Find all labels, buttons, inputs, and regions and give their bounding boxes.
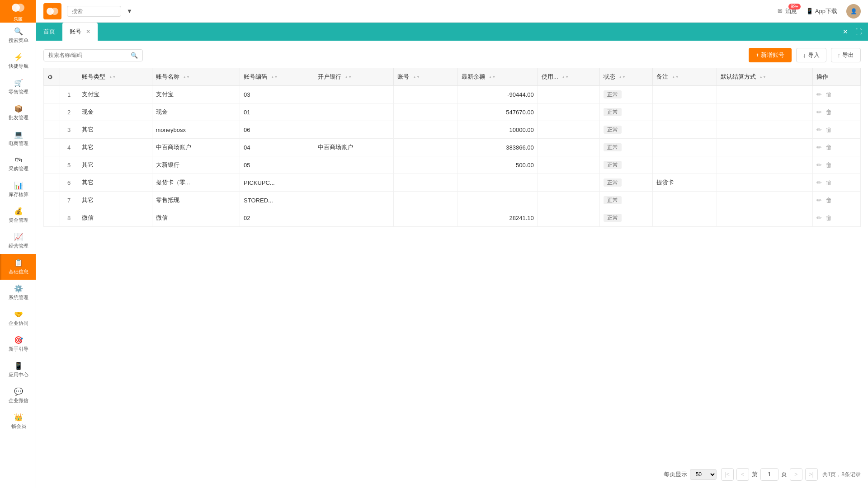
row-account-code-cell: 04 [240, 139, 314, 156]
user-avatar[interactable]: 👤 [846, 4, 861, 19]
sidebar-item-enterprise-agreement[interactable]: 🤝 企业协同 [0, 305, 36, 331]
row-account-no-cell [394, 192, 458, 209]
sidebar-item-label: 快捷导航 [9, 63, 28, 70]
edit-icon[interactable]: ✏ [816, 108, 822, 116]
edit-icon[interactable]: ✏ [816, 126, 822, 133]
edit-icon[interactable]: ✏ [816, 144, 822, 151]
col-account-code[interactable]: 账号编码 ▲▼ [240, 68, 314, 86]
tab-account[interactable]: 账号 ✕ [62, 23, 98, 41]
delete-icon[interactable]: 🗑 [826, 161, 832, 169]
delete-icon[interactable]: 🗑 [826, 108, 832, 116]
row-default-settlement-cell [717, 192, 812, 209]
col-status[interactable]: 状态 ▲▼ [599, 68, 653, 86]
import-button[interactable]: ↓ 导入 [796, 48, 826, 62]
delete-icon[interactable]: 🗑 [826, 144, 832, 151]
delete-icon[interactable]: 🗑 [826, 126, 832, 133]
col-settings[interactable]: ⚙ [44, 68, 60, 86]
sidebar-item-inventory[interactable]: 📊 库存核算 [0, 177, 36, 202]
row-account-no-cell [394, 121, 458, 139]
row-remark-cell [653, 192, 717, 209]
col-use-status[interactable]: 使用... ▲▼ [538, 68, 599, 86]
row-index-cell: 4 [60, 139, 78, 156]
tab-close-icon[interactable]: ✕ [86, 28, 90, 35]
sidebar-item-wholesale-mgmt[interactable]: 📦 批发管理 [0, 100, 36, 126]
tab-expand-button[interactable]: ⛶ [854, 26, 863, 37]
col-index [60, 68, 78, 86]
row-remark-cell [653, 103, 717, 121]
sidebar-item-app-center[interactable]: 📱 应用中心 [0, 357, 36, 383]
delete-icon[interactable]: 🗑 [826, 179, 832, 186]
col-default-settlement[interactable]: 默认结算方式 ▲▼ [717, 68, 812, 86]
sort-icons-use-status: ▲▼ [561, 75, 569, 79]
row-account-type-cell: 其它 [78, 139, 152, 156]
messages-button[interactable]: ✉ 消息 99+ [778, 7, 797, 15]
per-page-dropdown[interactable]: 50 100 200 [690, 469, 717, 480]
row-default-settlement-cell [717, 174, 812, 192]
sort-icons-remark: ▲▼ [672, 75, 679, 79]
edit-icon[interactable]: ✏ [816, 197, 822, 204]
app-tagline: 乐版 [14, 16, 23, 23]
table-row: 4 其它 中百商场账户 04 中百商场账户 383866.00 正常 ✏ 🗑 [44, 139, 861, 156]
export-button[interactable]: ↑ 导出 [831, 48, 861, 62]
sidebar-item-operations-mgmt[interactable]: 📈 经营管理 [0, 228, 36, 254]
col-account-name[interactable]: 账号名称 ▲▼ [152, 68, 240, 86]
add-account-button[interactable]: + 新增账号 [749, 48, 792, 62]
col-opening-bank-label: 开户银行 [318, 73, 341, 80]
row-account-code-cell: 03 [240, 86, 314, 103]
status-badge: 正常 [604, 90, 622, 99]
edit-icon[interactable]: ✏ [816, 91, 822, 98]
delete-icon[interactable]: 🗑 [826, 214, 832, 221]
sidebar-item-enterprise-wechat[interactable]: 💬 企业微信 [0, 383, 36, 408]
import-label: 导入 [808, 51, 820, 59]
row-action-cell: ✏ 🗑 [812, 209, 860, 227]
status-badge: 正常 [604, 178, 622, 187]
row-account-type-cell: 其它 [78, 156, 152, 174]
current-page-input[interactable] [760, 468, 778, 481]
row-index-cell: 7 [60, 192, 78, 209]
row-account-no-cell [394, 86, 458, 103]
header-search-input[interactable] [67, 6, 121, 17]
col-remark[interactable]: 备注 ▲▼ [653, 68, 717, 86]
tab-close-all-button[interactable]: ✕ [841, 26, 850, 37]
table-row: 8 微信 微信 02 28241.10 正常 ✏ 🗑 [44, 209, 861, 227]
col-use-status-label: 使用... [542, 73, 558, 80]
edit-icon[interactable]: ✏ [816, 179, 822, 186]
row-use-status-cell [538, 86, 599, 103]
col-account-no[interactable]: 账号 ▲▼ [394, 68, 458, 86]
sidebar-item-ecommerce-mgmt[interactable]: 💻 电商管理 [0, 126, 36, 151]
sidebar-item-quick-nav[interactable]: ⚡ 快捷导航 [0, 48, 36, 74]
sidebar-item-system-mgmt[interactable]: ⚙️ 系统管理 [0, 280, 36, 305]
sidebar-item-label: 零售管理 [9, 89, 28, 95]
edit-icon[interactable]: ✏ [816, 214, 822, 221]
row-use-status-cell [538, 192, 599, 209]
row-account-name-cell: 微信 [152, 209, 240, 227]
col-opening-bank[interactable]: 开户银行 ▲▼ [314, 68, 394, 86]
sidebar-item-finance-mgmt[interactable]: 💰 资金管理 [0, 202, 36, 228]
row-opening-bank-cell [314, 156, 394, 174]
app-download-button[interactable]: 📱 App下载 [806, 7, 837, 15]
prev-page-button[interactable]: < [736, 468, 749, 481]
sidebar-item-search-menu[interactable]: 🔍 搜索菜单 [0, 23, 36, 48]
col-action-label: 操作 [816, 73, 828, 80]
next-page-button[interactable]: > [790, 468, 802, 481]
header-dropdown[interactable]: ▼ [127, 8, 132, 14]
sidebar-item-retail-mgmt[interactable]: 🛒 零售管理 [0, 74, 36, 100]
sidebar-item-label: 采购管理 [9, 165, 28, 172]
last-page-button[interactable]: >| [805, 468, 818, 481]
sidebar-item-basic-info[interactable]: 📋 基础信息 [0, 254, 36, 280]
sidebar-item-vip-member[interactable]: 👑 畅会员 [0, 408, 36, 434]
tab-home[interactable]: 首页 [36, 23, 62, 41]
new-guide-icon: 🎯 [14, 336, 23, 344]
row-opening-bank-cell [314, 209, 394, 227]
first-page-button[interactable]: |< [721, 468, 734, 481]
sidebar-item-purchase-mgmt[interactable]: 🛍 采购管理 [0, 151, 36, 177]
table-row: 7 其它 零售抵现 STORED... 正常 ✏ 🗑 [44, 192, 861, 209]
row-use-status-cell [538, 156, 599, 174]
delete-icon[interactable]: 🗑 [826, 91, 832, 98]
col-latest-balance[interactable]: 最新余额 ▲▼ [458, 68, 538, 86]
search-input[interactable] [48, 52, 128, 58]
col-account-type[interactable]: 账号类型 ▲▼ [78, 68, 152, 86]
delete-icon[interactable]: 🗑 [826, 197, 832, 204]
edit-icon[interactable]: ✏ [816, 161, 822, 169]
sidebar-item-new-guide[interactable]: 🎯 新手引导 [0, 331, 36, 357]
